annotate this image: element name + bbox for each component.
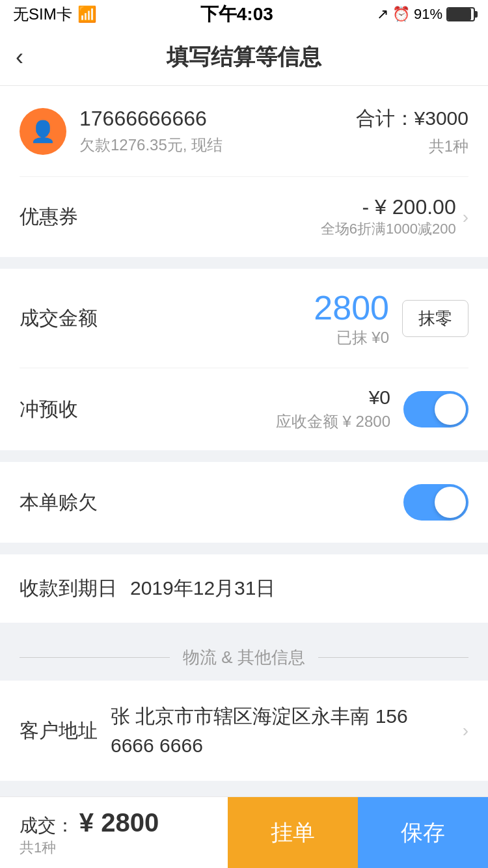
due-label: 收款到期日 bbox=[20, 575, 117, 602]
debt-section: 本单赊欠 bbox=[0, 462, 488, 543]
divider-line-left bbox=[20, 657, 170, 658]
prepay-row: 冲预收 ¥0 应收金额 ¥ 2800 bbox=[20, 368, 468, 450]
hold-button[interactable]: 挂单 bbox=[228, 797, 358, 868]
logistics-label: 物流 & 其他信息 bbox=[183, 646, 305, 669]
address-section: 客户地址 张 北京市市辖区海淀区永丰南 156 6666 6666 › bbox=[0, 681, 488, 781]
coupon-discount: - ¥ 200.00 bbox=[321, 195, 456, 219]
coupon-right: - ¥ 200.00 全场6折满1000减200 › bbox=[321, 195, 468, 239]
amount-row: 成交金额 2800 已抹 ¥0 抹零 bbox=[20, 269, 468, 368]
amount-sub: 已抹 ¥0 bbox=[314, 327, 389, 348]
battery-icon bbox=[446, 7, 475, 21]
coupon-label: 优惠券 bbox=[20, 204, 78, 230]
due-row: 收款到期日 2019年12月31日 bbox=[20, 554, 468, 623]
customer-info: 17666666666 欠款1276.35元, 现结 bbox=[79, 107, 223, 156]
customer-left: 👤 17666666666 欠款1276.35元, 现结 bbox=[20, 107, 223, 156]
coupon-chevron-icon: › bbox=[463, 207, 468, 228]
prepay-right: ¥0 应收金额 ¥ 2800 bbox=[276, 387, 468, 432]
status-left: 无SIM卡 📶 bbox=[13, 4, 97, 25]
total-count: 共1种 bbox=[356, 136, 468, 157]
page-title: 填写结算等信息 bbox=[167, 42, 321, 72]
coupon-desc: 全场6折满1000减200 bbox=[321, 219, 456, 239]
status-time: 下午4:03 bbox=[200, 2, 273, 27]
debt-row: 本单赊欠 bbox=[20, 462, 468, 543]
due-section: 收款到期日 2019年12月31日 bbox=[0, 554, 488, 623]
coupon-row[interactable]: 优惠券 - ¥ 200.00 全场6折满1000减200 › bbox=[20, 176, 468, 257]
bottom-count: 共1种 bbox=[20, 838, 208, 858]
status-bar: 无SIM卡 📶 下午4:03 ↗ ⏰ 91% bbox=[0, 0, 488, 29]
bottom-btn-group: 挂单 保存 bbox=[228, 797, 488, 868]
prepay-sub: 应收金额 ¥ 2800 bbox=[276, 411, 390, 432]
debt-label: 本单赊欠 bbox=[20, 489, 98, 516]
amount-label: 成交金额 bbox=[20, 305, 98, 332]
toggle-knob bbox=[435, 394, 466, 425]
bottom-summary: 成交： ¥ 2800 共1种 bbox=[0, 797, 228, 868]
address-label: 客户地址 bbox=[20, 718, 98, 744]
prepay-label: 冲预收 bbox=[20, 396, 78, 423]
save-button[interactable]: 保存 bbox=[358, 797, 488, 868]
bottom-deal-row: 成交： ¥ 2800 bbox=[20, 808, 208, 838]
address-value: 张 北京市市辖区海淀区永丰南 156 6666 6666 bbox=[111, 701, 450, 760]
customer-debt: 欠款1276.35元, 现结 bbox=[79, 135, 223, 156]
amount-value-group: 2800 已抹 ¥0 抹零 bbox=[314, 288, 468, 348]
alarm-icon: ⏰ bbox=[392, 6, 410, 23]
round-button[interactable]: 抹零 bbox=[402, 300, 468, 337]
bottom-deal-label: 成交： bbox=[20, 815, 74, 835]
customer-row: 👤 17666666666 欠款1276.35元, 现结 合计：¥3000 共1… bbox=[20, 86, 468, 176]
debt-toggle-knob bbox=[435, 487, 466, 518]
bottom-deal-amount: ¥ 2800 bbox=[79, 808, 159, 837]
customer-section: 👤 17666666666 欠款1276.35元, 现结 合计：¥3000 共1… bbox=[0, 86, 488, 257]
back-button[interactable]: ‹ bbox=[16, 44, 23, 71]
prepay-toggle[interactable] bbox=[403, 391, 468, 427]
prepay-amount: ¥0 bbox=[276, 387, 390, 409]
prepay-values: ¥0 应收金额 ¥ 2800 bbox=[276, 387, 390, 432]
bottom-bar: 成交： ¥ 2800 共1种 挂单 保存 bbox=[0, 796, 488, 868]
avatar-icon: 👤 bbox=[30, 119, 56, 144]
wifi-icon: 📶 bbox=[77, 5, 97, 23]
debt-toggle[interactable] bbox=[403, 484, 468, 521]
customer-right: 合计：¥3000 共1种 bbox=[356, 105, 468, 157]
location-icon: ↗ bbox=[377, 6, 388, 23]
customer-phone: 17666666666 bbox=[79, 107, 223, 131]
battery-percent: 91% bbox=[414, 6, 442, 23]
divider-line-right bbox=[318, 657, 468, 658]
address-row[interactable]: 客户地址 张 北京市市辖区海淀区永丰南 156 6666 6666 › bbox=[20, 681, 468, 781]
main-content: 👤 17666666666 欠款1276.35元, 现结 合计：¥3000 共1… bbox=[0, 86, 488, 868]
sim-status: 无SIM卡 bbox=[13, 4, 72, 25]
due-date: 2019年12月31日 bbox=[130, 575, 275, 602]
logistics-divider: 物流 & 其他信息 bbox=[0, 634, 488, 681]
total-amount: 合计：¥3000 bbox=[356, 105, 468, 132]
amount-number: 2800 bbox=[314, 288, 389, 327]
avatar: 👤 bbox=[20, 108, 66, 155]
nav-bar: ‹ 填写结算等信息 bbox=[0, 29, 488, 86]
status-right: ↗ ⏰ 91% bbox=[377, 6, 475, 23]
address-chevron-icon: › bbox=[463, 720, 468, 741]
amount-section: 成交金额 2800 已抹 ¥0 抹零 冲预收 ¥0 应收金额 ¥ 2800 bbox=[0, 269, 488, 450]
